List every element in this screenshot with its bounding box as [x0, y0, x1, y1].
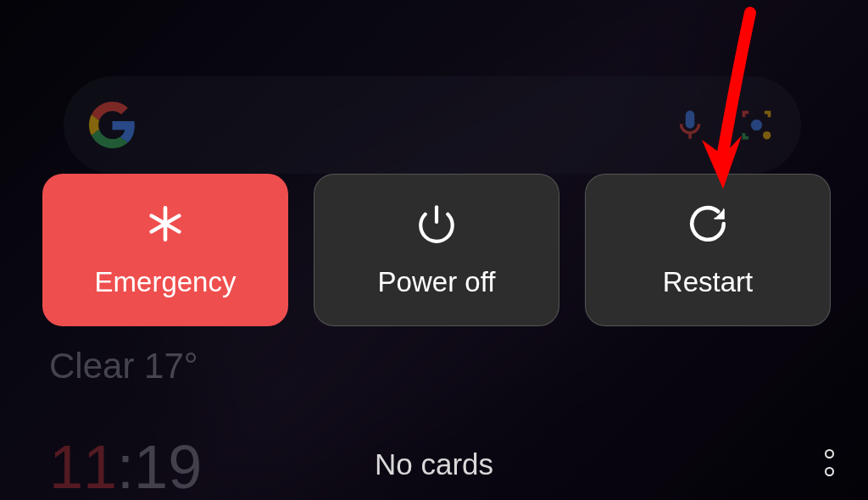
- clock-widget: 11:19: [49, 432, 202, 500]
- asterisk-icon: [144, 203, 186, 245]
- svg-point-1: [763, 131, 771, 139]
- weather-status: Clear 17°: [49, 346, 198, 386]
- power-icon: [415, 203, 458, 245]
- power-off-label: Power off: [378, 266, 496, 298]
- clock-sep: :: [117, 433, 134, 500]
- emergency-button[interactable]: Emergency: [42, 174, 288, 326]
- svg-point-0: [751, 119, 762, 131]
- clock-hour: 11: [49, 433, 117, 500]
- emergency-label: Emergency: [95, 266, 236, 298]
- restart-icon: [687, 203, 729, 245]
- google-search-bar: [64, 76, 801, 174]
- power-menu: Emergency Power off Restart: [42, 174, 831, 326]
- google-logo-icon: [89, 102, 136, 148]
- power-off-button[interactable]: Power off: [314, 174, 559, 326]
- restart-label: Restart: [663, 266, 753, 298]
- more-options-button[interactable]: [825, 449, 834, 476]
- dot-icon: [825, 449, 834, 458]
- dot-icon: [825, 467, 834, 476]
- clock-minute: 19: [134, 433, 202, 500]
- restart-button[interactable]: Restart: [585, 174, 831, 326]
- no-cards-label: No cards: [375, 447, 493, 481]
- lens-icon: [737, 106, 776, 144]
- mic-icon: [672, 108, 708, 143]
